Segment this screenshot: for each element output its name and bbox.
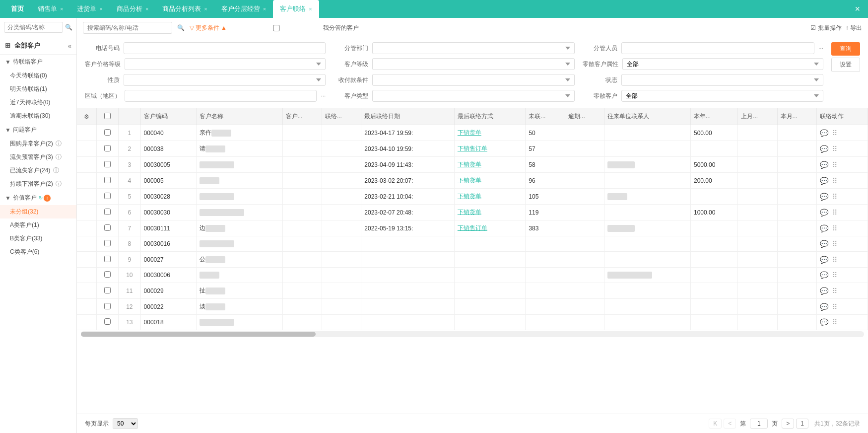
contact-method-link[interactable]: 下销售订单 xyxy=(458,224,487,231)
more-conditions-btn[interactable]: ▽ 更多条件 ▲ xyxy=(190,24,227,32)
sidebar-section-problem[interactable]: ▼ 问题客户 xyxy=(0,123,76,137)
close-sales-tab[interactable]: × xyxy=(60,6,63,12)
col-contact-person[interactable]: 往来单位联系人 xyxy=(604,108,691,125)
sidebar-search-icon[interactable]: 🔍 xyxy=(65,24,72,31)
manager-more-icon[interactable]: ··· xyxy=(818,45,823,52)
chat-icon[interactable]: 💬 xyxy=(820,129,828,137)
sidebar-item-tomorrow-pending[interactable]: 明天待联络(1) xyxy=(0,82,76,96)
contact-method-link[interactable]: 下销售订单 xyxy=(458,145,487,152)
grid-action-icon[interactable]: ⠿ xyxy=(832,287,837,295)
close-customer-contact-tab[interactable]: × xyxy=(309,6,312,12)
col-this-month[interactable]: 本月... xyxy=(777,108,816,125)
sidebar-item-class-c[interactable]: C类客户(6) xyxy=(0,245,76,259)
scrollbar-thumb[interactable] xyxy=(81,332,316,337)
row-settings[interactable] xyxy=(77,299,97,315)
row-settings[interactable] xyxy=(77,157,97,173)
col-last-contact-method[interactable]: 最后联络方式 xyxy=(454,108,526,125)
prev-page-btn[interactable]: < xyxy=(724,419,736,429)
row-checkbox[interactable] xyxy=(104,318,111,325)
first-page-btn[interactable]: K xyxy=(709,419,722,429)
row-settings[interactable] xyxy=(77,220,97,236)
last-contact-method-cell[interactable]: 下销货单 xyxy=(454,205,526,220)
sidebar-item-churn-warning[interactable]: 流失预警客户(3) ⓘ xyxy=(0,150,76,164)
row-checkbox[interactable] xyxy=(104,129,111,136)
chat-icon[interactable]: 💬 xyxy=(820,209,828,216)
last-contact-method-cell[interactable]: 下销货单 xyxy=(454,157,526,173)
row-settings[interactable] xyxy=(77,268,97,283)
chat-icon[interactable]: 💬 xyxy=(820,287,828,295)
row-checkbox[interactable] xyxy=(104,145,111,151)
grid-action-icon[interactable]: ⠿ xyxy=(832,145,837,153)
search-icon[interactable]: 🔍 xyxy=(177,24,185,31)
grid-action-icon[interactable]: ⠿ xyxy=(832,161,837,169)
contact-method-link[interactable]: 下销货单 xyxy=(458,193,481,200)
row-settings[interactable] xyxy=(77,283,97,299)
customer-type-select[interactable] xyxy=(372,90,574,102)
scattered-select[interactable]: 全部 xyxy=(621,90,823,102)
sidebar-collapse-icon[interactable]: « xyxy=(68,42,71,50)
sidebar-item-churned[interactable]: 已流失客户(24) ⓘ xyxy=(0,164,76,177)
nav-goods-analysis-list[interactable]: 商品分析列表 × xyxy=(155,0,214,18)
col-settings[interactable]: ⚙ xyxy=(77,108,97,125)
region-more-icon[interactable]: ··· xyxy=(321,92,326,99)
col-last-month[interactable]: 上月... xyxy=(738,108,777,125)
close-all-tabs[interactable]: × xyxy=(851,4,864,14)
status-select[interactable] xyxy=(621,74,823,86)
row-checkbox[interactable] xyxy=(104,240,111,246)
all-customers-item[interactable]: ⊞ 全部客户 « xyxy=(0,37,76,55)
col-customer-name[interactable]: 客户名称 xyxy=(196,108,282,125)
manager-input[interactable] xyxy=(621,42,814,54)
col-overdue[interactable]: 逾期... xyxy=(565,108,604,125)
close-goods-analysis-tab[interactable]: × xyxy=(145,6,148,12)
col-this-year[interactable]: 本年... xyxy=(690,108,737,125)
last-contact-method-cell[interactable] xyxy=(454,283,526,299)
col-not-contacted[interactable]: 未联... xyxy=(526,108,565,125)
grid-action-icon[interactable]: ⠿ xyxy=(832,177,837,185)
scattered-attr-select[interactable]: 全部 xyxy=(622,58,823,70)
sidebar-item-class-a[interactable]: A类客户(1) xyxy=(0,218,76,232)
region-input[interactable] xyxy=(125,90,317,102)
col-customer-type[interactable]: 客户... xyxy=(282,108,322,125)
page-size-select[interactable]: 2050100 xyxy=(113,418,138,429)
reset-button[interactable]: 设置 xyxy=(831,58,860,72)
last-page-btn[interactable]: 1 xyxy=(796,419,808,429)
last-contact-method-cell[interactable] xyxy=(454,299,526,315)
sidebar-item-today-pending[interactable]: 今天待联络(0) xyxy=(0,69,76,82)
row-checkbox[interactable] xyxy=(104,193,111,199)
nav-goods-analysis[interactable]: 商品分析 × xyxy=(110,0,155,18)
last-contact-method-cell[interactable] xyxy=(454,268,526,283)
last-contact-method-cell[interactable]: 下销售订单 xyxy=(454,220,526,236)
row-checkbox[interactable] xyxy=(104,177,111,183)
nature-select[interactable] xyxy=(124,74,326,86)
grid-action-icon[interactable]: ⠿ xyxy=(832,318,837,326)
chat-icon[interactable]: 💬 xyxy=(820,240,828,248)
chat-icon[interactable]: 💬 xyxy=(820,193,828,201)
chat-icon[interactable]: 💬 xyxy=(820,303,828,311)
last-contact-method-cell[interactable] xyxy=(454,315,526,330)
last-contact-method-cell[interactable]: 下销售订单 xyxy=(454,141,526,157)
query-button[interactable]: 查询 xyxy=(831,42,860,56)
row-checkbox[interactable] xyxy=(104,161,111,167)
col-last-contact-date[interactable]: 最后联络日期 xyxy=(361,108,455,125)
col-contact[interactable]: 联络... xyxy=(322,108,361,125)
col-customer-code[interactable]: 客户编码 xyxy=(140,108,196,125)
row-settings[interactable] xyxy=(77,315,97,330)
row-checkbox[interactable] xyxy=(104,224,111,231)
sidebar-item-week-pending[interactable]: 近7天待联络(0) xyxy=(0,96,76,109)
close-purchase-tab[interactable]: × xyxy=(99,6,102,12)
batch-operation-btn[interactable]: ☑ 批量操作 xyxy=(810,24,841,32)
grid-action-icon[interactable]: ⠿ xyxy=(832,129,837,137)
grid-action-icon[interactable]: ⠿ xyxy=(832,303,837,311)
horizontal-scrollbar[interactable] xyxy=(81,331,864,337)
last-contact-method-cell[interactable] xyxy=(454,252,526,268)
sidebar-item-hoard-abnormal[interactable]: 囤购异常客户(2) ⓘ xyxy=(0,137,76,150)
row-settings[interactable] xyxy=(77,252,97,268)
grid-action-icon[interactable]: ⠿ xyxy=(832,193,837,201)
select-all-checkbox[interactable] xyxy=(104,113,111,119)
row-settings[interactable] xyxy=(77,189,97,205)
last-contact-method-cell[interactable] xyxy=(454,236,526,252)
row-settings[interactable] xyxy=(77,173,97,189)
contact-method-link[interactable]: 下销货单 xyxy=(458,177,481,184)
chat-icon[interactable]: 💬 xyxy=(820,161,828,169)
grid-action-icon[interactable]: ⠿ xyxy=(832,209,837,216)
